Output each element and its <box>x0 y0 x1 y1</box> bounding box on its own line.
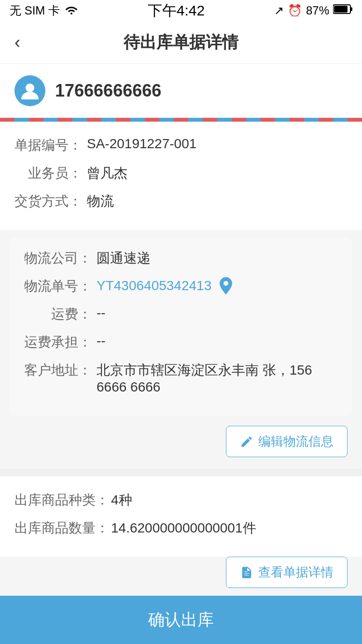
svg-point-3 <box>26 84 34 92</box>
sim-text: 无 SIM 卡 <box>10 3 60 18</box>
edit-logistics-button[interactable]: 编辑物流信息 <box>226 426 348 457</box>
order-no-value: SA-20191227-001 <box>87 136 348 152</box>
edit-btn-row: 编辑物流信息 <box>0 426 362 469</box>
delivery-row: 交货方式： 物流 <box>14 192 348 210</box>
dashed-divider <box>0 118 362 122</box>
address-value: 北京市市辖区海淀区永丰南 张，156 6666 6666 <box>97 361 338 395</box>
status-left: 无 SIM 卡 <box>10 3 78 18</box>
customer-section: 17666666666 <box>0 64 362 118</box>
tracking-row: 物流单号： YT4306405342413 <box>24 277 338 295</box>
delivery-label: 交货方式： <box>14 192 87 210</box>
goods-type-value: 4种 <box>111 491 132 509</box>
address-row: 客户地址： 北京市市辖区海淀区永丰南 张，156 6666 6666 <box>24 361 338 395</box>
delivery-value: 物流 <box>87 192 348 210</box>
address-label: 客户地址： <box>24 361 97 379</box>
nav-title: 待出库单据详情 <box>124 31 238 54</box>
salesman-label: 业务员： <box>14 164 87 182</box>
freight-row: 运费： -- <box>24 305 338 323</box>
goods-type-row: 出库商品种类： 4种 <box>14 491 348 509</box>
nav-bar: ‹ 待出库单据详情 <box>0 21 362 64</box>
goods-type-label: 出库商品种类： <box>14 491 111 509</box>
tracking-value: YT4306405342413 <box>97 277 338 294</box>
freight-label: 运费： <box>24 305 97 323</box>
goods-qty-value: 14.620000000000001件 <box>111 519 256 537</box>
wifi-icon <box>65 4 78 17</box>
freight-bear-label: 运费承担： <box>24 333 97 351</box>
customer-phone: 17666666666 <box>55 81 161 101</box>
summary-block: 出库商品种类： 4种 出库商品数量： 14.620000000000001件 <box>0 476 362 557</box>
person-icon <box>20 81 40 100</box>
salesman-value: 曾凡杰 <box>87 164 348 182</box>
goods-qty-row: 出库商品数量： 14.620000000000001件 <box>14 519 348 537</box>
view-detail-button[interactable]: 查看单据详情 <box>226 557 348 588</box>
battery-icon <box>333 4 352 17</box>
tracking-label: 物流单号： <box>24 277 97 295</box>
avatar <box>14 75 45 106</box>
status-time: 下午4:42 <box>148 1 205 21</box>
order-no-row: 单据编号： SA-20191227-001 <box>14 136 348 154</box>
status-right: ↗ ⏰ 87% <box>274 4 352 17</box>
section-separator <box>0 469 362 476</box>
edit-btn-label: 编辑物流信息 <box>258 433 334 450</box>
alarm-icon: ⏰ <box>288 4 302 17</box>
logistics-company-row: 物流公司： 圆通速递 <box>24 249 338 267</box>
battery-text: 87% <box>306 4 329 17</box>
order-info-block: 单据编号： SA-20191227-001 业务员： 曾凡杰 交货方式： 物流 <box>0 122 362 230</box>
freight-value: -- <box>97 305 338 321</box>
logistics-company-value: 圆通速递 <box>97 249 338 267</box>
logistics-card: 物流公司： 圆通速递 物流单号： YT4306405342413 运费： -- … <box>10 238 352 416</box>
view-detail-label: 查看单据详情 <box>258 564 334 581</box>
document-icon <box>240 566 253 579</box>
freight-bear-value: -- <box>97 333 338 349</box>
salesman-row: 业务员： 曾凡杰 <box>14 164 348 182</box>
edit-icon <box>240 435 253 448</box>
svg-rect-1 <box>350 7 352 11</box>
confirm-btn-text: 确认出库 <box>148 609 214 631</box>
location-status-icon: ↗ <box>274 4 284 17</box>
status-bar: 无 SIM 卡 下午4:42 ↗ ⏰ 87% <box>0 0 362 21</box>
svg-rect-2 <box>334 6 348 13</box>
confirm-btn-wrap[interactable]: 确认出库 <box>0 596 362 644</box>
map-pin-icon[interactable] <box>218 277 234 294</box>
order-no-label: 单据编号： <box>14 136 87 154</box>
freight-bear-row: 运费承担： -- <box>24 333 338 351</box>
logistics-company-label: 物流公司： <box>24 249 97 267</box>
back-button[interactable]: ‹ <box>14 32 20 53</box>
goods-qty-label: 出库商品数量： <box>14 519 111 537</box>
